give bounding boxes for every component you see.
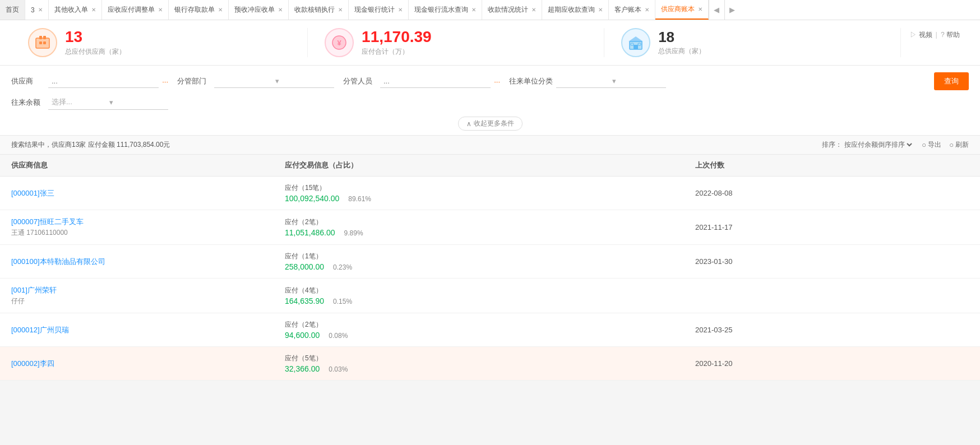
result-actions: 排序： 按应付余额倒序排序 按应付余额升序排序 按供应商名称排序 ○ 导出 ○ … [822, 140, 969, 150]
table-row: [000002]李四 应付（5笔） 32,366.00 0.03% 2020-1… [0, 347, 980, 381]
nav-close-pre-receive[interactable]: ✕ [278, 7, 283, 13]
refresh-button[interactable]: ○ 刷新 [949, 140, 969, 150]
nav-close-payment-verify[interactable]: ✕ [338, 7, 343, 13]
result-bar: 搜索结果中，供应商13家 应付金额 111,703,854.00元 排序： 按应… [0, 136, 980, 155]
supplier-info-0: [000001]张三 [11, 188, 285, 198]
nav-item-customer-ledger[interactable]: 客户账本 ✕ [609, 0, 655, 20]
tx-info-5: 应付（5笔） 32,366.00 0.03% [285, 354, 695, 373]
last-pay-date-1: 2021-11-17 [695, 223, 733, 231]
nav-next-arrow[interactable]: ▶ [724, 0, 740, 20]
supplier-link-5[interactable]: [000002]李四 [11, 359, 54, 368]
person-filter-input[interactable] [380, 75, 491, 88]
nav-close-tab3[interactable]: ✕ [38, 7, 43, 13]
nav-prev-arrow[interactable]: ◀ [709, 0, 724, 20]
supplier-link-3[interactable]: [001]广州荣轩 [11, 286, 57, 294]
nav-close-bank-deposit[interactable]: ✕ [218, 7, 223, 13]
supplier-link-1[interactable]: [000007]恒旺二手叉车 [11, 217, 84, 226]
nav-item-home[interactable]: 首页 [0, 0, 25, 20]
tx-amount-2[interactable]: 258,000.00 [285, 262, 324, 271]
tx-percent-5: 0.03% [329, 365, 348, 373]
filter-dept: 分管部门 ▾ [177, 75, 334, 88]
tx-info-3: 应付（4笔） 164,635.90 0.15% [285, 286, 695, 305]
nav-close-other-income[interactable]: ✕ [91, 7, 96, 13]
nav-item-receipt-stat[interactable]: 收款情况统计 ✕ [482, 0, 542, 20]
svg-rect-0 [36, 38, 49, 48]
nav-close-ar-ap-adjust[interactable]: ✕ [158, 7, 163, 13]
person-filter-label: 分管人员 [343, 76, 377, 86]
summary-card-total-suppliers: 18 总供应商（家） [604, 28, 901, 57]
sort-select[interactable]: 按应付余额倒序排序 按应付余额升序排序 按供应商名称排序 [842, 140, 914, 149]
person-filter-ellipsis[interactable]: ··· [494, 77, 500, 86]
nav-item-cash-bank-stat[interactable]: 现金银行统计 ✕ [349, 0, 409, 20]
nav-item-other-income[interactable]: 其他收入单 ✕ [49, 0, 102, 20]
nav-item-pre-receive[interactable]: 预收冲应收单 ✕ [229, 0, 289, 20]
nav-close-customer-ledger[interactable]: ✕ [645, 7, 649, 13]
nav-close-cash-bank-stat[interactable]: ✕ [398, 7, 403, 13]
search-button[interactable]: 查询 [934, 72, 969, 90]
tx-amount-0[interactable]: 100,092,540.00 [285, 194, 339, 203]
balance-filter-dropdown[interactable]: 选择... ▾ [48, 95, 168, 110]
tx-amount-5[interactable]: 32,366.00 [285, 364, 320, 373]
collapse-button[interactable]: ∧ 收起更多条件 [458, 117, 523, 131]
tx-label-5: 应付（5笔） [285, 354, 695, 363]
table-row: [000012]广州贝瑞 应付（2笔） 94,600.00 0.08% 2021… [0, 313, 980, 347]
tx-label-2: 应付（1笔） [285, 252, 695, 261]
tx-amount-1[interactable]: 11,051,486.00 [285, 228, 335, 237]
nav-item-cash-bank-flow[interactable]: 现金银行流水查询 ✕ [409, 0, 482, 20]
tx-info-4: 应付（2笔） 94,600.00 0.08% [285, 320, 695, 340]
supplier-info-5: [000002]李四 [11, 359, 285, 369]
export-label: 导出 [928, 140, 941, 150]
supplier-filter-input[interactable] [48, 75, 159, 88]
amount-label: 应付合计（万） [362, 47, 432, 57]
tx-label-1: 应付（2笔） [285, 217, 695, 227]
svg-text:¥: ¥ [337, 39, 341, 47]
video-link[interactable]: ▷ 视频 [910, 30, 932, 40]
nav-item-bank-deposit[interactable]: 银行存取款单 ✕ [169, 0, 229, 20]
col-header-tx: 应付交易信息（占比） [285, 160, 695, 170]
last-pay-0: 2022-08-08 [695, 189, 969, 197]
tx-row-3: 164,635.90 0.15% [285, 296, 695, 305]
nav-close-cash-bank-flow[interactable]: ✕ [471, 7, 476, 13]
nav-label-payment-verify: 收款核销执行 [294, 5, 335, 15]
nav-label-pre-receive: 预收冲应收单 [234, 5, 275, 15]
svg-rect-10 [631, 43, 634, 45]
supplier-link-0[interactable]: [000001]张三 [11, 189, 54, 197]
tx-info-2: 应付（1笔） 258,000.00 0.23% [285, 252, 695, 271]
card-content-suppliers: 13 总应付供应商（家） [65, 29, 126, 57]
category-filter-dropdown[interactable]: ▾ [556, 75, 666, 88]
nav-item-overdue-query[interactable]: 超期应收款查询 ✕ [542, 0, 609, 20]
tx-row-2: 258,000.00 0.23% [285, 262, 695, 271]
tx-label-0: 应付（15笔） [285, 183, 695, 193]
help-link[interactable]: ? 帮助 [941, 30, 960, 40]
nav-item-supplier-ledger[interactable]: 供应商账本 ✕ [655, 0, 709, 20]
nav-item-payment-verify[interactable]: 收款核销执行 ✕ [289, 0, 349, 20]
category-chevron-icon: ▾ [612, 77, 663, 85]
supplier-link-4[interactable]: [000012]广州贝瑞 [11, 326, 69, 334]
dept-filter-dropdown[interactable]: ▾ [214, 75, 334, 88]
tx-amount-4[interactable]: 94,600.00 [285, 331, 320, 340]
divider: | [936, 30, 937, 39]
supplier-count: 13 [65, 29, 126, 46]
balance-filter-placeholder: 选择... [52, 97, 107, 107]
nav-close-overdue-query[interactable]: ✕ [598, 7, 603, 13]
refresh-label: 刷新 [955, 140, 969, 150]
nav-close-supplier-ledger[interactable]: ✕ [698, 6, 702, 12]
collapse-up-icon: ∧ [466, 120, 471, 128]
nav-close-receipt-stat[interactable]: ✕ [531, 7, 536, 13]
tx-percent-4: 0.08% [329, 332, 348, 340]
export-button[interactable]: ○ 导出 [922, 140, 941, 150]
tx-percent-3: 0.15% [333, 298, 352, 305]
filter-supplier: 供应商 ··· [11, 75, 168, 88]
supplier-link-2[interactable]: [000100]本特勒油品有限公司 [11, 257, 105, 266]
nav-item-ar-ap-adjust[interactable]: 应收应付调整单 ✕ [102, 0, 169, 20]
tx-percent-0: 89.61% [348, 195, 371, 203]
collapse-bar: ∧ 收起更多条件 [11, 114, 969, 131]
nav-item-tab3[interactable]: 3 ✕ [25, 0, 49, 20]
tx-amount-3[interactable]: 164,635.90 [285, 296, 324, 305]
nav-label-supplier-ledger: 供应商账本 [661, 4, 695, 14]
last-pay-date-4: 2021-03-25 [695, 326, 733, 334]
nav-label-home: 首页 [6, 5, 19, 15]
dept-chevron-icon: ▾ [275, 77, 331, 85]
nav-bar: 首页 3 ✕ 其他收入单 ✕ 应收应付调整单 ✕ 银行存取款单 ✕ 预收冲应收单… [0, 0, 980, 20]
supplier-filter-ellipsis[interactable]: ··· [162, 77, 168, 86]
